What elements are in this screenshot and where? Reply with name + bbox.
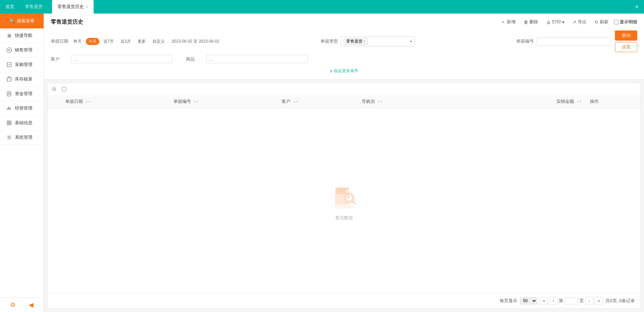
th-bill-no-sort: ▲▼ <box>194 100 199 103</box>
date-option-1month[interactable]: 近1月 <box>118 38 134 45</box>
window-close-button[interactable]: × <box>629 3 644 10</box>
sidebar-item-inventory[interactable]: 库存核算 <box>0 72 44 87</box>
main-layout: 🔍 搜索菜单 ⊞ 快捷导航 销售管理 采购管理 库存核算 <box>0 14 644 312</box>
bill-no-input[interactable] <box>536 37 611 46</box>
svg-rect-5 <box>7 121 9 122</box>
th-bill-no[interactable]: 单据编号 ▲▼ <box>169 95 278 108</box>
collapse-sidebar-icon[interactable]: ◀ <box>29 301 33 309</box>
sidebar-item-operations[interactable]: 经营管理 <box>0 101 44 116</box>
sidebar-item-quick-nav[interactable]: ⊞ 快捷导航 <box>0 28 44 43</box>
quick-nav-icon: ⊞ <box>6 32 12 39</box>
sidebar-item-operations-label: 经营管理 <box>15 105 32 111</box>
th-actual-amount-label: 实销金额 <box>556 99 574 104</box>
next-page-button[interactable]: › <box>585 297 593 305</box>
page-input[interactable]: 1 <box>565 297 578 305</box>
th-actual-amount[interactable]: 实销金额 ▲▼ <box>478 95 586 108</box>
date-option-today[interactable]: 今天 <box>86 38 99 45</box>
sidebar-search-label: 搜索菜单 <box>17 18 34 24</box>
table-section: ⚙ 单据日期 ▲▼ 单据编号 ▲▼ <box>47 83 641 309</box>
bill-type-label: 单据类型 <box>320 38 341 44</box>
svg-rect-3 <box>7 92 11 96</box>
sidebar-item-basic-info[interactable]: 基础信息 <box>0 116 44 130</box>
sidebar-item-sales-label: 销售管理 <box>15 47 32 53</box>
finance-icon <box>6 91 12 97</box>
print-button[interactable]: 🖨 打印 ▾ <box>544 18 567 26</box>
svg-rect-8 <box>9 123 11 125</box>
table-head: 单据日期 ▲▼ 单据编号 ▲▼ 客户 ▲▼ 导购员 <box>48 95 640 108</box>
export-icon: ↗ <box>573 20 576 25</box>
refresh-icon: ↻ <box>595 20 598 25</box>
collapse-button[interactable]: ∧ 收起更多条件 <box>324 66 364 76</box>
query-button[interactable]: 查询 <box>615 30 637 41</box>
tab-retail-return-history-close[interactable]: × <box>86 5 88 9</box>
sidebar-item-system-mgmt[interactable]: 系统管理 <box>0 130 44 145</box>
page-label: 页 <box>579 298 584 304</box>
sidebar-item-finance[interactable]: 资金管理 <box>0 87 44 101</box>
empty-illustration <box>329 180 359 211</box>
th-customer-sort: ▲▼ <box>293 100 299 103</box>
sidebar-item-purchase-mgmt[interactable]: 采购管理 <box>0 58 44 72</box>
basic-info-icon <box>6 120 12 126</box>
top-bar: 首页 零售退货 × 零售退货历史 × × <box>0 0 644 14</box>
first-page-button[interactable]: « <box>540 297 548 305</box>
th-bill-date-label: 单据日期 <box>65 99 83 104</box>
export-button[interactable]: ↗ 导出 <box>570 18 589 26</box>
sidebar-search[interactable]: 🔍 搜索菜单 <box>0 14 44 28</box>
sidebar-item-inventory-label: 库存核算 <box>15 76 32 82</box>
empty-text: 暂无数据 <box>335 215 353 221</box>
date-range-display: 2023-06-02 至 2023-06-02 <box>171 39 219 44</box>
sidebar-item-sales-mgmt[interactable]: 销售管理 <box>0 43 44 58</box>
svg-point-4 <box>8 93 10 95</box>
page-nav: « ‹ 第 1 页 › » <box>540 297 603 305</box>
svg-point-18 <box>348 196 350 198</box>
goods-input[interactable] <box>206 55 308 63</box>
sidebar-item-finance-label: 资金管理 <box>15 91 32 97</box>
svg-point-10 <box>334 205 354 209</box>
bill-type-select[interactable]: 零售退货 × ▾ <box>341 37 415 46</box>
date-option-7days[interactable]: 近7天 <box>101 38 117 45</box>
delete-icon: 🗑 <box>524 20 528 25</box>
new-button[interactable]: ＋ 新增 <box>498 18 518 26</box>
th-checkbox <box>48 95 61 108</box>
th-bill-no-label: 单据编号 <box>173 99 191 104</box>
sales-icon <box>6 47 12 53</box>
goods-label: 商品 <box>186 56 206 62</box>
delete-button[interactable]: 🗑 删除 <box>521 18 541 26</box>
print-dropdown-icon: ▾ <box>562 20 565 25</box>
customer-input[interactable] <box>71 55 172 63</box>
last-page-button[interactable]: » <box>595 297 603 305</box>
th-customer[interactable]: 客户 ▲▼ <box>278 95 357 108</box>
th-operation: 操作 <box>586 95 640 108</box>
setting-button[interactable]: 设置 <box>615 42 637 52</box>
sidebar-item-quick-nav-label: 快捷导航 <box>15 32 32 39</box>
page-label-pre: 第 <box>559 298 563 304</box>
page-title: 零售退货历史 <box>51 19 83 26</box>
display-detail-checkbox[interactable] <box>614 20 618 24</box>
filter-section: 单据日期 昨天 今天 近7天 近1月 更多 自定义 2023-06-02 至 2… <box>51 30 637 79</box>
th-bill-date[interactable]: 单据日期 ▲▼ <box>61 95 169 108</box>
prev-page-button[interactable]: ‹ <box>549 297 557 305</box>
bill-type-tag-close[interactable]: × <box>363 40 365 43</box>
tab-retail-return-close[interactable]: × <box>45 5 47 9</box>
date-option-more[interactable]: 更多 <box>135 38 148 45</box>
select-all-checkbox[interactable] <box>62 87 66 91</box>
sidebar: 🔍 搜索菜单 ⊞ 快捷导航 销售管理 采购管理 库存核算 <box>0 14 44 312</box>
tab-retail-return-history[interactable]: 零售退货历史 × <box>52 0 93 14</box>
date-option-yesterday[interactable]: 昨天 <box>71 38 85 45</box>
new-label: 新增 <box>507 19 516 25</box>
sidebar-item-basic-info-label: 基础信息 <box>15 120 32 126</box>
table-settings-icon[interactable]: ⚙ <box>52 86 56 92</box>
tab-retail-return[interactable]: 零售退货 × <box>20 0 52 14</box>
svg-rect-12 <box>336 188 348 190</box>
date-option-custom[interactable]: 自定义 <box>150 38 167 45</box>
refresh-button[interactable]: ↻ 刷新 <box>592 18 611 26</box>
sidebar-item-purchase-label: 采购管理 <box>15 62 32 68</box>
tab-home[interactable]: 首页 <box>0 0 20 14</box>
svg-rect-7 <box>7 123 9 125</box>
page-size-select[interactable]: 50 10 20 100 <box>520 297 537 305</box>
th-guide[interactable]: 导购员 ▲▼ <box>358 95 452 108</box>
bill-no-label: 单据编号 <box>516 38 536 44</box>
th-customer-label: 客户 <box>282 99 290 104</box>
purchase-icon <box>6 62 12 68</box>
settings-bottom-icon[interactable]: ⚙ <box>10 301 16 309</box>
